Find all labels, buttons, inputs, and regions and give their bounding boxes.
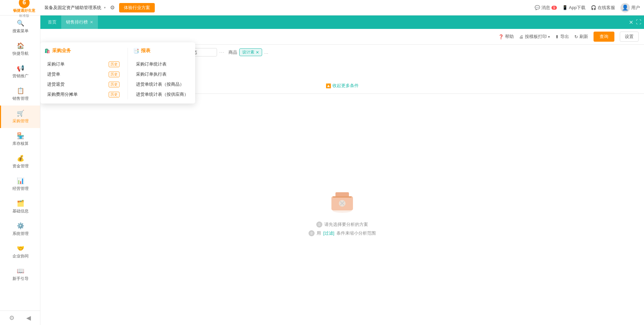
menu-item-cost-alloc-badge: 历史: [109, 92, 119, 97]
refresh-action[interactable]: ↻ 刷新: [574, 34, 588, 40]
tab-home-label: 首页: [48, 19, 57, 25]
online-service-action[interactable]: 🎧 在线客服: [591, 5, 615, 11]
menu-item-incoming-stat-supplier-label: 进货单统计表（按供应商）: [136, 91, 188, 97]
header-right: 💬 消息 9 📱 App下载 🎧 在线客服 👤 用户: [535, 3, 640, 12]
menu-item-incoming-badge: 历史: [109, 72, 119, 77]
system-dropdown-arrow[interactable]: ▾: [104, 6, 106, 9]
tab-close-icon[interactable]: ✕: [90, 20, 93, 25]
tab-close-window-icon[interactable]: ✕: [629, 19, 633, 26]
sidebar-item-finance[interactable]: 💰 资金管理: [0, 151, 40, 173]
print-action[interactable]: 🖨 按模板打印 ▾: [519, 34, 550, 40]
inventory-icon: 🏪: [17, 132, 24, 139]
export-label: 导出: [560, 34, 569, 40]
export-action[interactable]: ⬆ 导出: [555, 34, 569, 40]
menu-item-po-stat[interactable]: 采购订单统计表: [133, 59, 191, 69]
message-label: 消息: [541, 5, 550, 11]
menu-item-purchase-order[interactable]: 采购订单 历史: [44, 59, 122, 69]
tab-resize-icon[interactable]: ⛶: [636, 19, 641, 25]
purchase-dropdown-menu: 🛍️ 采购业务 采购订单 历史 进货单 历史 进货退货 历史: [40, 42, 195, 104]
menu-item-incoming-stat-product[interactable]: 进货单统计表（按商品）: [133, 79, 191, 89]
marketing-icon: 📢: [17, 65, 24, 72]
sidebar-label-guide: 新手引导: [12, 276, 29, 282]
report-section-label: 报表: [141, 48, 150, 54]
menu-item-incoming-stat-product-label: 进货单统计表（按商品）: [136, 81, 184, 87]
menu-item-po-exec[interactable]: 采购订单执行表: [133, 69, 191, 79]
collapse-label: 收起更多条件: [332, 83, 359, 89]
sidebar-item-nav[interactable]: 🏠 快捷导航: [0, 38, 40, 60]
system-name: 装备及固定资产辅助管理系统: [44, 5, 101, 11]
help-label: 帮助: [505, 34, 514, 40]
sidebar-item-purchase[interactable]: 🛒 采购管理: [0, 106, 40, 128]
product-filter: 商品 设计素 ✕ …: [228, 48, 269, 56]
header-settings-icon[interactable]: ⚙: [108, 4, 116, 12]
sidebar-item-cooperation[interactable]: 🤝 企业协同: [0, 241, 40, 263]
main-layout: 🔍 搜索菜单 🏠 快捷导航 📢 营销推广 📋 销售管理 🛒 采购管理 🏪 库存核…: [0, 15, 644, 325]
query-button[interactable]: 查询: [594, 32, 614, 42]
tab-bar: 首页 销售排行榜 ✕ ✕ ⛶: [40, 15, 644, 29]
sidebar-item-sales[interactable]: 📋 销售管理: [0, 83, 40, 106]
top-header: 6 畅捷通好生意 标准版 装备及固定资产辅助管理系统 ▾ ⚙ 体验行业方案 💬 …: [0, 0, 644, 15]
sidebar-label-system: 系统管理: [12, 231, 29, 237]
menu-item-po-stat-label: 采购订单统计表: [136, 61, 167, 67]
phone-icon: 📱: [562, 5, 568, 10]
sidebar-label-cooperation: 企业协同: [12, 253, 29, 259]
refresh-label: 刷新: [579, 34, 588, 40]
menu-item-incoming-label: 进货单: [47, 71, 60, 77]
search-icon: 🔍: [17, 19, 24, 27]
hint2-post: 条件来缩小分析范围: [336, 229, 376, 238]
product-tag-value: 设计素: [242, 49, 254, 55]
header-middle: 装备及固定资产辅助管理系统 ▾ ⚙ 体验行业方案: [44, 3, 535, 12]
svg-rect-3: [333, 196, 352, 198]
sidebar-item-guide[interactable]: 📖 新手引导: [0, 263, 40, 286]
menu-item-incoming-stat-supplier[interactable]: 进货单统计表（按供应商）: [133, 89, 191, 99]
sidebar-label-sales: 销售管理: [12, 96, 29, 101]
hint1: 请先选择要分析的方案: [324, 220, 368, 229]
message-badge: 9: [551, 6, 557, 10]
report-section-title: 📑 报表: [133, 48, 191, 56]
basic-icon: 🗂️: [17, 200, 24, 207]
sidebar-label-inventory: 库存核算: [12, 141, 29, 147]
print-dropdown-icon[interactable]: ▾: [548, 35, 550, 39]
menu-item-purchase-order-label: 采购订单: [47, 61, 65, 67]
product-tag: 设计素 ✕: [239, 48, 262, 56]
app-download-action[interactable]: 📱 App下载: [562, 5, 585, 11]
sidebar-label-nav: 快捷导航: [12, 51, 29, 56]
home-icon: 🏠: [17, 42, 24, 49]
sidebar-item-inventory[interactable]: 🏪 库存核算: [0, 128, 40, 151]
sidebar-label-marketing: 营销推广: [12, 73, 29, 79]
sidebar-settings-icon[interactable]: ⚙: [9, 314, 14, 322]
sidebar-item-marketing[interactable]: 📢 营销推广: [0, 60, 40, 83]
sidebar-item-operation[interactable]: 📊 经营管理: [0, 173, 40, 196]
print-label: 按模板打印: [525, 34, 547, 40]
message-action[interactable]: 💬 消息 9: [535, 5, 557, 11]
sidebar-collapse-icon[interactable]: ◀: [26, 314, 31, 322]
cooperation-icon: 🤝: [17, 245, 24, 252]
collapse-up-icon: 🔼: [326, 83, 331, 88]
step2-num: ②: [309, 230, 315, 236]
purchase-section-icon: 🛍️: [44, 48, 50, 53]
menu-item-cost-alloc-label: 采购费用分摊单: [47, 91, 78, 97]
product-tag-close-icon[interactable]: ✕: [256, 50, 259, 55]
tab-sales-rank[interactable]: 销售排行榜 ✕: [61, 15, 98, 29]
tab-content-wrapper: 🛍️ 采购业务 采购订单 历史 进货单 历史 进货退货 历史: [40, 29, 644, 325]
logo-icon: 6: [19, 0, 30, 8]
menu-item-po-exec-label: 采购订单执行表: [136, 71, 167, 77]
sidebar-item-search[interactable]: 🔍 搜索菜单: [0, 15, 40, 38]
user-action[interactable]: 👤 用户: [620, 3, 640, 12]
menu-item-incoming[interactable]: 进货单 历史: [44, 69, 122, 79]
sidebar-label-purchase: 采购管理: [12, 118, 29, 124]
sidebar-item-basic[interactable]: 🗂️ 基础信息: [0, 196, 40, 218]
tab-bar-right: ✕ ⛶: [629, 19, 641, 26]
menu-item-cost-alloc[interactable]: 采购费用分摊单 历史: [44, 89, 122, 99]
system-icon: ⚙️: [17, 222, 24, 230]
finance-icon: 💰: [17, 155, 24, 162]
purchase-section: 🛍️ 采购业务 采购订单 历史 进货单 历史 进货退货 历史: [40, 48, 126, 99]
product-dots[interactable]: …: [264, 50, 269, 55]
sidebar-item-system[interactable]: ⚙️ 系统管理: [0, 218, 40, 241]
doc-status-dots: ⋯: [219, 49, 224, 55]
settings-small-button[interactable]: 设置: [620, 32, 639, 42]
industry-button[interactable]: 体验行业方案: [119, 3, 155, 12]
help-action[interactable]: ❓ 帮助: [498, 34, 514, 40]
menu-item-return[interactable]: 进货退货 历史: [44, 79, 122, 89]
tab-home[interactable]: 首页: [43, 15, 61, 29]
